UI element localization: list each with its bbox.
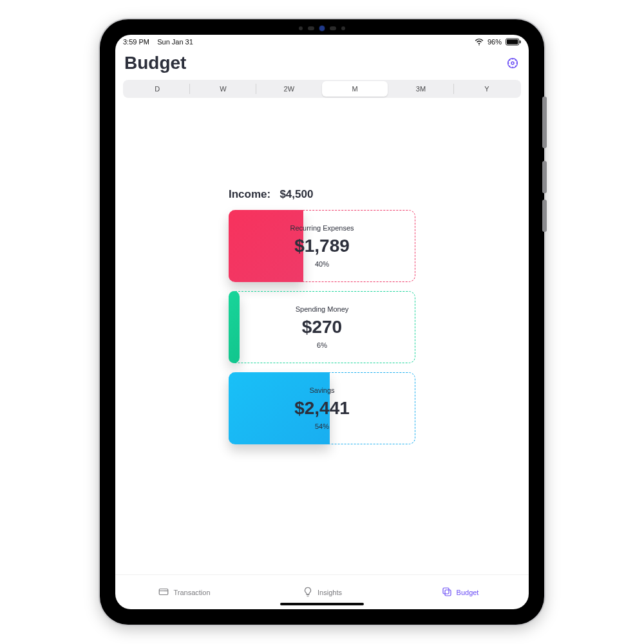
svg-rect-7 bbox=[443, 588, 449, 594]
gear-icon bbox=[506, 56, 520, 70]
status-right: 96% bbox=[475, 38, 521, 46]
card-percent: 54% bbox=[315, 422, 329, 430]
tab-budget[interactable]: Budget bbox=[391, 586, 529, 599]
content: Income: $4,500 Recurring Expenses $1,789… bbox=[115, 98, 529, 574]
device-volume-up bbox=[542, 161, 547, 193]
status-bar: 3:59 PM Sun Jan 31 96% bbox=[115, 35, 529, 49]
tab-label: Budget bbox=[457, 589, 479, 596]
home-indicator[interactable] bbox=[280, 603, 364, 605]
device-power-button bbox=[542, 97, 547, 148]
period-month[interactable]: M bbox=[322, 81, 388, 97]
page-title: Budget bbox=[124, 53, 186, 73]
svg-point-0 bbox=[478, 44, 480, 46]
device-sensors bbox=[299, 26, 345, 31]
stack-icon bbox=[441, 586, 453, 599]
battery-icon bbox=[506, 38, 521, 46]
period-week[interactable]: W bbox=[190, 81, 256, 97]
card-title: Spending Money bbox=[296, 305, 349, 313]
header: Budget bbox=[115, 49, 529, 80]
card-percent: 40% bbox=[315, 260, 329, 268]
ipad-frame: 3:59 PM Sun Jan 31 96% bbox=[100, 19, 544, 625]
device-volume-down bbox=[542, 200, 547, 232]
card-amount: $2,441 bbox=[294, 398, 350, 419]
period-year[interactable]: Y bbox=[454, 81, 520, 97]
income-row: Income: $4,500 bbox=[229, 188, 415, 201]
card-title: Recurring Expenses bbox=[290, 224, 354, 232]
status-date: Sun Jan 31 bbox=[157, 38, 193, 46]
status-time: 3:59 PM bbox=[123, 38, 149, 46]
svg-point-5 bbox=[511, 62, 514, 64]
card-fill bbox=[229, 291, 240, 363]
wifi-icon bbox=[475, 38, 484, 46]
card-amount: $1,789 bbox=[294, 236, 350, 256]
card-savings[interactable]: Savings $2,441 54% bbox=[229, 372, 415, 444]
card-title: Savings bbox=[309, 386, 334, 394]
income-amount: $4,500 bbox=[279, 188, 313, 200]
tab-label: Insights bbox=[317, 589, 342, 596]
tab-label: Transaction bbox=[173, 589, 210, 596]
period-day[interactable]: D bbox=[124, 81, 190, 97]
svg-rect-8 bbox=[445, 590, 451, 596]
tab-insights[interactable]: Insights bbox=[253, 586, 391, 599]
screen: 3:59 PM Sun Jan 31 96% bbox=[115, 35, 529, 609]
card-spending-money[interactable]: Spending Money $270 6% bbox=[229, 291, 415, 363]
card-icon bbox=[158, 586, 169, 599]
status-left: 3:59 PM Sun Jan 31 bbox=[123, 38, 193, 46]
period-segmented-control: D W 2W M 3M Y bbox=[123, 80, 521, 98]
tab-transaction[interactable]: Transaction bbox=[115, 586, 253, 599]
svg-rect-6 bbox=[160, 589, 169, 594]
battery-percent: 96% bbox=[488, 38, 502, 46]
period-3month[interactable]: 3M bbox=[388, 81, 453, 97]
settings-button[interactable] bbox=[506, 56, 520, 70]
card-amount: $270 bbox=[302, 317, 342, 337]
card-recurring-expenses[interactable]: Recurring Expenses $1,789 40% bbox=[229, 210, 415, 282]
income-label: Income: bbox=[229, 188, 270, 200]
card-percent: 6% bbox=[317, 341, 327, 349]
card-fill bbox=[229, 210, 303, 282]
svg-rect-3 bbox=[520, 41, 521, 44]
svg-rect-2 bbox=[507, 39, 518, 44]
lightbulb-icon bbox=[302, 586, 314, 599]
period-2week[interactable]: 2W bbox=[256, 81, 322, 97]
